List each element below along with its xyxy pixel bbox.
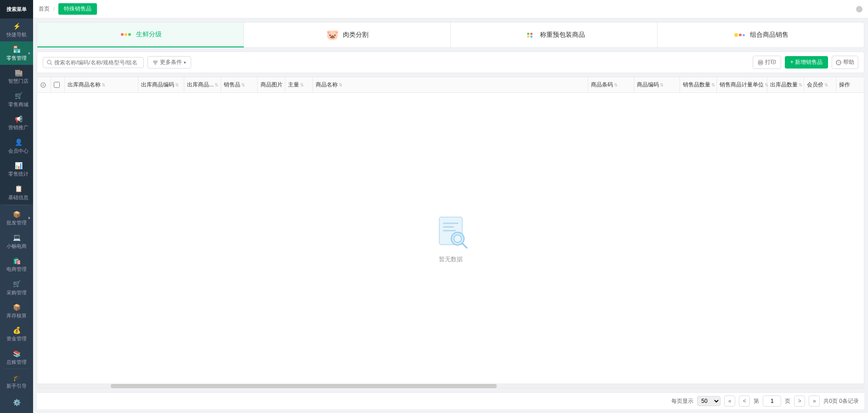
select-all-checkbox[interactable] bbox=[54, 82, 60, 88]
retail-icon: 🏪 bbox=[13, 45, 21, 53]
quick-nav-icon: ⚡ bbox=[13, 22, 21, 30]
sidebar-item-wholesale[interactable]: 📦 批发管理 bbox=[0, 206, 33, 229]
th-product-image-label: 商品图片 bbox=[261, 81, 283, 89]
table-header: 出库商品名称 ⇅ 出库商品编码 ⇅ 出库商品... ⇅ 销售品 ⇅ 商品图片 bbox=[37, 77, 864, 93]
sidebar-item-quick-nav[interactable]: ⚡ 快捷导航 bbox=[0, 18, 33, 41]
breadcrumb-home[interactable]: 首页 bbox=[39, 5, 50, 13]
toolbar: 更多条件 ▾ 打印 + 新增销售品 bbox=[37, 52, 864, 73]
sort-icon-sales-item[interactable]: ⇅ bbox=[241, 82, 245, 87]
search-icon bbox=[47, 60, 52, 65]
tab-combo[interactable]: 组合商品销售 bbox=[658, 23, 864, 47]
sidebar-item-label: 零售管理 bbox=[6, 55, 27, 61]
sidebar-item-retail-stats[interactable]: 📊 零售统计 bbox=[0, 158, 33, 181]
sidebar-item-label: 零售商城 bbox=[8, 101, 28, 108]
help-button[interactable]: ? 帮助 bbox=[832, 56, 858, 69]
table-scrollbar[interactable] bbox=[37, 384, 864, 388]
th-main-weight-label: 主量 bbox=[288, 81, 299, 89]
last-page-button[interactable]: » bbox=[809, 396, 820, 407]
svg-line-18 bbox=[462, 243, 467, 248]
th-sales-item-label: 销售品 bbox=[224, 81, 240, 89]
th-action: 操作 bbox=[836, 77, 864, 92]
sort-icon-barcode[interactable]: ⇅ bbox=[614, 82, 618, 87]
divider-bottom bbox=[4, 368, 29, 369]
tab-fresh-grade-label: 生鲜分级 bbox=[136, 30, 162, 39]
sort-icon-out-product-x[interactable]: ⇅ bbox=[215, 82, 218, 87]
sidebar-scroll: ⚡ 快捷导航 🏪 零售管理 🏬 智慧门店 🛒 零售商城 📢 营销推广 👤 会员中… bbox=[0, 18, 33, 367]
member-icon: 👤 bbox=[15, 138, 23, 146]
first-page-button[interactable]: « bbox=[724, 396, 735, 407]
filter-button[interactable]: 更多条件 ▾ bbox=[148, 56, 191, 69]
th-out-product-code-label: 出库商品编码 bbox=[141, 81, 174, 89]
th-out-product-x[interactable]: 出库商品... ⇅ bbox=[184, 77, 221, 92]
svg-point-17 bbox=[454, 235, 461, 242]
pagination-bar: 每页显示 50 10 20 100 « < 第 页 > » 共0页 0条记录 bbox=[37, 392, 864, 409]
sidebar-item-member[interactable]: 👤 会员中心 bbox=[0, 134, 33, 157]
sidebar-item-label: 零售统计 bbox=[8, 171, 28, 177]
sidebar-item-inventory[interactable]: 📦 库存核算 bbox=[0, 299, 33, 322]
sidebar-item-marketing[interactable]: 📢 营销推广 bbox=[0, 111, 33, 134]
tab-cards: 生鲜分级 🐷 肉类分割 bbox=[37, 22, 864, 48]
th-out-quantity[interactable]: 出库品数量 ⇅ bbox=[767, 77, 804, 92]
sidebar-item-ecom-mgmt[interactable]: 🛍️ 电商管理 bbox=[0, 253, 33, 276]
sidebar-item-settings[interactable]: ⚙️ bbox=[0, 393, 33, 413]
svg-line-1 bbox=[51, 63, 52, 65]
tab-meat-cut[interactable]: 🐷 肉类分割 bbox=[244, 23, 451, 47]
sidebar-logo[interactable]: 搜索菜单 bbox=[0, 0, 33, 18]
prev-page-button[interactable]: < bbox=[739, 396, 750, 407]
th-sales-quantity[interactable]: 销售品数量 ⇅ bbox=[680, 77, 717, 92]
sidebar-item-guide[interactable]: 🎓 新手引导 bbox=[0, 370, 33, 393]
sidebar-item-ecom-mini[interactable]: 💻 小畅电商 bbox=[0, 229, 33, 252]
search-input[interactable] bbox=[54, 59, 137, 66]
th-product-barcode[interactable]: 商品条码 ⇅ bbox=[588, 77, 634, 92]
th-sales-item[interactable]: 销售品 ⇅ bbox=[221, 77, 258, 92]
sidebar-item-basic-info[interactable]: 📋 基础信息 bbox=[0, 181, 33, 204]
th-out-product-name[interactable]: 出库商品名称 ⇅ bbox=[65, 77, 138, 92]
sort-icon-out-qty[interactable]: ⇅ bbox=[799, 82, 802, 87]
sidebar-item-label: 采购管理 bbox=[6, 289, 27, 296]
sidebar-item-ledger[interactable]: 📚 总账管理 bbox=[0, 346, 33, 367]
purchase-icon: 🛒 bbox=[13, 280, 21, 288]
sort-icon-out-product-name[interactable]: ⇅ bbox=[102, 82, 105, 87]
add-button[interactable]: + 新增销售品 bbox=[785, 56, 828, 69]
sort-icon-out-product-code[interactable]: ⇅ bbox=[175, 82, 179, 87]
basic-info-icon: 📋 bbox=[15, 184, 23, 193]
th-checkbox[interactable] bbox=[51, 77, 65, 92]
tab-fresh-grade[interactable]: 生鲜分级 bbox=[37, 23, 244, 47]
table-body: 暂无数据 bbox=[37, 93, 864, 384]
table-scrollbar-thumb[interactable] bbox=[111, 384, 497, 388]
sidebar-item-purchase[interactable]: 🛒 采购管理 bbox=[0, 276, 33, 299]
th-product-name-label: 商品名称 bbox=[316, 81, 338, 89]
tab-scale-pack[interactable]: 称重预包装商品 bbox=[451, 23, 658, 47]
th-settings[interactable] bbox=[37, 77, 51, 92]
th-product-name[interactable]: 商品名称 ⇅ bbox=[313, 77, 588, 92]
th-main-weight[interactable]: 主量 ⇅ bbox=[285, 77, 313, 92]
meat-cut-icon: 🐷 bbox=[326, 29, 339, 41]
search-input-wrap[interactable] bbox=[43, 57, 144, 68]
sort-icon-main-weight[interactable]: ⇅ bbox=[300, 82, 304, 87]
th-out-product-code[interactable]: 出库商品编码 ⇅ bbox=[138, 77, 184, 92]
print-button[interactable]: 打印 bbox=[753, 56, 781, 69]
th-member-price[interactable]: 会员价 ⇅ bbox=[804, 77, 836, 92]
svg-point-11 bbox=[43, 84, 44, 86]
sidebar-item-finance[interactable]: 💰 资金管理 bbox=[0, 322, 33, 345]
tab-scale-pack-label: 称重预包装商品 bbox=[540, 31, 585, 39]
finance-icon: 💰 bbox=[13, 326, 21, 334]
tab-combo-label: 组合商品销售 bbox=[750, 31, 789, 39]
page-size-select[interactable]: 50 10 20 100 bbox=[697, 396, 720, 406]
filter-icon bbox=[153, 60, 158, 65]
sidebar-item-retail-mall[interactable]: 🛒 零售商城 bbox=[0, 88, 33, 111]
print-label: 打印 bbox=[765, 58, 776, 66]
retail-stats-icon: 📊 bbox=[15, 161, 23, 170]
th-out-quantity-label: 出库品数量 bbox=[770, 81, 798, 89]
sidebar-item-smart-store[interactable]: 🏬 智慧门店 bbox=[0, 65, 33, 88]
sort-icon-product-code[interactable]: ⇅ bbox=[660, 82, 664, 87]
page-number-input[interactable] bbox=[763, 396, 781, 407]
th-sales-unit[interactable]: 销售商品计量单位 ⇅ bbox=[717, 77, 767, 92]
next-page-button[interactable]: > bbox=[794, 396, 805, 407]
sort-icon-member-price[interactable]: ⇅ bbox=[824, 82, 828, 87]
th-product-code[interactable]: 商品编码 ⇅ bbox=[634, 77, 680, 92]
sidebar-item-retail[interactable]: 🏪 零售管理 bbox=[0, 41, 33, 64]
breadcrumb-current[interactable]: 特殊销售品 bbox=[58, 3, 97, 15]
sort-icon-product-name[interactable]: ⇅ bbox=[339, 82, 342, 87]
sort-icon-sales-qty[interactable]: ⇅ bbox=[711, 82, 715, 87]
